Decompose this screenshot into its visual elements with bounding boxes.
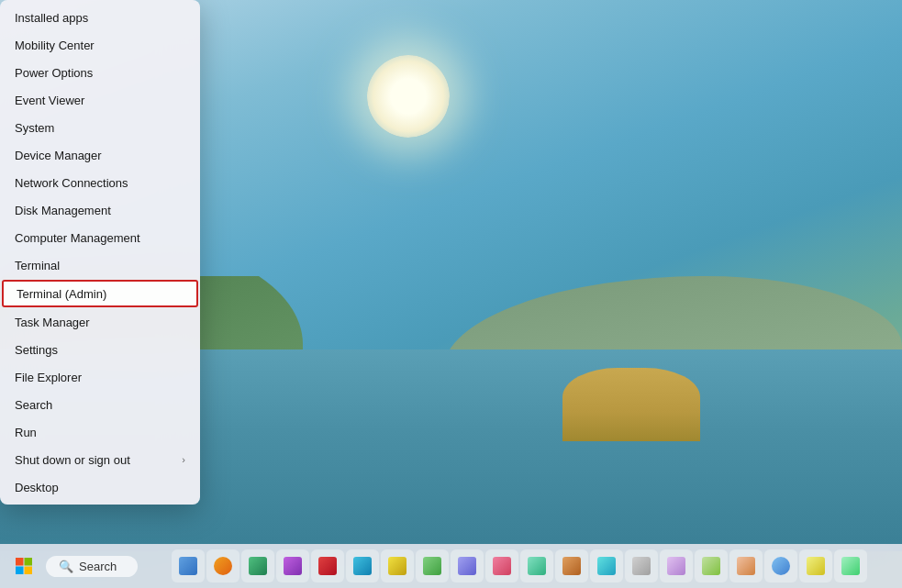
menu-item-label-computer-management: Computer Management — [15, 231, 140, 245]
taskbar-pin-3[interactable] — [241, 549, 274, 582]
sun-decoration — [367, 55, 450, 138]
menu-item-power-options[interactable]: Power Options — [0, 59, 200, 86]
menu-item-label-terminal-admin: Terminal (Admin) — [17, 287, 106, 301]
menu-item-label-network-connections: Network Connections — [15, 176, 128, 190]
svg-rect-0 — [16, 558, 24, 566]
menu-item-label-desktop: Desktop — [15, 481, 59, 494]
menu-item-label-file-explorer: File Explorer — [15, 371, 82, 384]
context-menu: Installed appsMobility CenterPower Optio… — [0, 0, 200, 505]
windows-logo-icon — [15, 557, 33, 575]
menu-item-shut-down[interactable]: Shut down or sign out› — [0, 446, 200, 473]
menu-item-label-disk-management: Disk Management — [15, 204, 111, 217]
menu-item-label-system: System — [15, 121, 54, 135]
taskbar-pin-17[interactable] — [729, 549, 763, 582]
menu-item-system[interactable]: System — [0, 114, 200, 141]
taskbar-pin-16[interactable] — [695, 549, 728, 582]
taskbar-pin-7[interactable] — [381, 549, 414, 582]
menu-item-label-terminal: Terminal — [15, 259, 60, 272]
taskbar-pin-13[interactable] — [590, 549, 623, 582]
taskbar-pin-4[interactable] — [276, 549, 309, 582]
menu-item-settings[interactable]: Settings — [0, 336, 200, 363]
taskbar-search-label: Search — [79, 560, 117, 573]
taskbar-pin-19[interactable] — [799, 549, 832, 582]
start-button[interactable] — [7, 549, 40, 582]
taskbar-pin-12[interactable] — [555, 549, 588, 582]
reeds — [562, 368, 700, 441]
menu-item-installed-apps[interactable]: Installed apps — [0, 4, 200, 31]
search-icon: 🔍 — [59, 560, 73, 573]
taskbar-pinned-area — [143, 549, 895, 582]
menu-item-label-search: Search — [15, 398, 52, 412]
menu-item-label-task-manager: Task Manager — [15, 316, 90, 329]
menu-item-label-shut-down: Shut down or sign out — [15, 453, 130, 467]
menu-item-desktop[interactable]: Desktop — [0, 473, 200, 501]
svg-rect-2 — [16, 567, 24, 575]
menu-item-label-device-manager: Device Manager — [15, 149, 102, 162]
svg-rect-1 — [25, 558, 33, 566]
menu-item-terminal-admin[interactable]: Terminal (Admin) — [2, 280, 198, 307]
menu-item-run[interactable]: Run — [0, 418, 200, 446]
taskbar-pin-9[interactable] — [451, 549, 484, 582]
menu-item-search[interactable]: Search — [0, 391, 200, 418]
menu-item-network-connections[interactable]: Network Connections — [0, 169, 200, 196]
menu-item-file-explorer[interactable]: File Explorer — [0, 363, 200, 391]
menu-item-disk-management[interactable]: Disk Management — [0, 196, 200, 224]
menu-item-computer-management[interactable]: Computer Management — [0, 224, 200, 251]
taskbar-pin-14[interactable] — [625, 549, 658, 582]
svg-rect-3 — [25, 567, 33, 575]
menu-item-label-run: Run — [15, 426, 37, 439]
taskbar-pin-11[interactable] — [520, 549, 553, 582]
chevron-right-icon-shut-down: › — [182, 454, 185, 465]
taskbar-pin-8[interactable] — [416, 549, 449, 582]
menu-item-label-event-viewer: Event Viewer — [15, 94, 84, 107]
taskbar: 🔍 Search — [0, 544, 902, 588]
taskbar-pin-15[interactable] — [660, 549, 693, 582]
menu-item-label-settings: Settings — [15, 343, 58, 357]
menu-item-event-viewer[interactable]: Event Viewer — [0, 86, 200, 114]
menu-item-device-manager[interactable]: Device Manager — [0, 141, 200, 169]
menu-item-mobility-center[interactable]: Mobility Center — [0, 31, 200, 59]
menu-item-label-power-options: Power Options — [15, 66, 93, 80]
taskbar-pin-18[interactable] — [764, 549, 797, 582]
menu-item-label-installed-apps: Installed apps — [15, 11, 88, 25]
taskbar-pin-6[interactable] — [346, 549, 379, 582]
taskbar-pin-1[interactable] — [172, 549, 205, 582]
taskbar-pin-20[interactable] — [834, 549, 867, 582]
taskbar-pin-10[interactable] — [485, 549, 518, 582]
taskbar-pin-2[interactable] — [206, 549, 239, 582]
taskbar-pin-5[interactable] — [311, 549, 344, 582]
menu-item-task-manager[interactable]: Task Manager — [0, 308, 200, 336]
menu-item-label-mobility-center: Mobility Center — [15, 39, 95, 52]
menu-item-terminal[interactable]: Terminal — [0, 251, 200, 279]
taskbar-search-box[interactable]: 🔍 Search — [46, 556, 138, 577]
